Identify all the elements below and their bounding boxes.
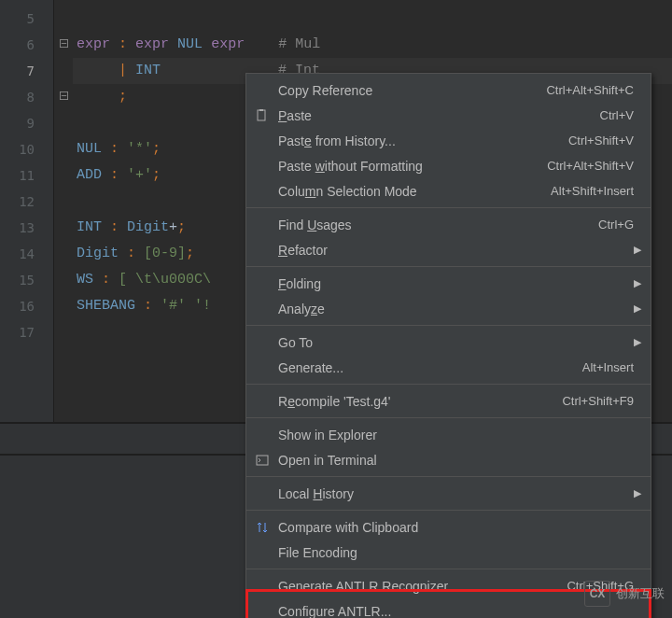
menu-item-label: Generate ANTLR Recognizer [278, 579, 567, 594]
menu-item-compare-clip[interactable]: Compare with Clipboard [246, 514, 651, 540]
menu-separator [246, 384, 651, 385]
compare-icon [254, 519, 271, 536]
menu-item-label: Open in Terminal [278, 453, 634, 468]
menu-separator [246, 417, 651, 418]
fold-marker [54, 241, 73, 267]
svg-rect-4 [258, 110, 265, 120]
menu-item-shortcut: Ctrl+Shift+V [568, 133, 634, 147]
menu-item-gen-antlr[interactable]: Generate ANTLR RecognizerCtrl+Shift+G [246, 573, 651, 598]
menu-separator [246, 325, 651, 326]
paste-icon [254, 107, 271, 124]
line-number: 8 [0, 84, 53, 110]
fold-marker [54, 6, 73, 32]
menu-item-goto[interactable]: Go To▶ [246, 330, 651, 355]
context-menu[interactable]: Copy ReferenceCtrl+Alt+Shift+CPasteCtrl+… [245, 73, 651, 618]
line-number: 9 [0, 110, 53, 136]
menu-item-paste[interactable]: PasteCtrl+V [246, 103, 651, 128]
code-line[interactable]: expr : expr NUL expr # Mul [73, 32, 672, 58]
menu-item-label: Show in Explorer [278, 428, 634, 442]
menu-item-shortcut: Alt+Shift+Insert [551, 184, 634, 198]
menu-item-label: Analyze [278, 302, 634, 316]
menu-item-shortcut: Ctrl+V [600, 108, 634, 122]
menu-separator [246, 510, 651, 511]
line-number: 13 [0, 215, 53, 241]
line-number: 16 [0, 293, 53, 319]
menu-item-column-select[interactable]: Column Selection ModeAlt+Shift+Insert [246, 178, 651, 204]
line-number: 17 [0, 319, 53, 345]
menu-item-label: Paste without Formatting [278, 159, 547, 174]
svg-rect-5 [259, 109, 263, 111]
menu-item-copy-reference[interactable]: Copy ReferenceCtrl+Alt+Shift+C [246, 77, 651, 103]
menu-item-label: Compare with Clipboard [278, 520, 634, 535]
submenu-arrow-icon: ▶ [634, 244, 641, 256]
menu-item-shortcut: Ctrl+Shift+G [567, 579, 634, 593]
menu-separator [246, 476, 651, 477]
fold-marker [54, 267, 73, 293]
line-number: 12 [0, 189, 53, 215]
line-number: 14 [0, 241, 53, 267]
menu-item-shortcut: Ctrl+Shift+F9 [562, 394, 634, 408]
fold-marker[interactable] [54, 32, 73, 58]
line-number: 6 [0, 32, 53, 58]
menu-item-generate[interactable]: Generate...Alt+Insert [246, 355, 651, 380]
menu-item-label: Recompile 'Test.g4' [278, 394, 562, 409]
menu-item-label: Copy Reference [278, 83, 546, 98]
menu-item-shortcut: Ctrl+Alt+Shift+V [547, 159, 634, 173]
menu-item-recompile[interactable]: Recompile 'Test.g4'Ctrl+Shift+F9 [246, 388, 651, 414]
menu-item-local-history[interactable]: Local History▶ [246, 481, 651, 506]
menu-item-label: Column Selection Mode [278, 184, 551, 199]
fold-marker [54, 136, 73, 162]
menu-separator [246, 207, 651, 208]
menu-item-shortcut: Ctrl+G [598, 218, 634, 232]
menu-item-label: File Encoding [278, 545, 634, 560]
menu-item-shortcut: Ctrl+Alt+Shift+C [546, 83, 634, 97]
submenu-arrow-icon: ▶ [634, 302, 641, 315]
menu-item-label: Find Usages [278, 218, 598, 232]
line-number: 11 [0, 162, 53, 189]
menu-item-label: Paste from History... [278, 133, 568, 148]
fold-marker [54, 58, 73, 84]
fold-marker [54, 110, 73, 136]
menu-item-analyze[interactable]: Analyze▶ [246, 296, 651, 321]
menu-item-label: Go To [278, 335, 634, 350]
code-line[interactable] [73, 6, 672, 32]
menu-item-paste-history[interactable]: Paste from History...Ctrl+Shift+V [246, 128, 651, 153]
menu-item-cfg-antlr[interactable]: Configure ANTLR... [246, 598, 651, 618]
fold-gutter[interactable] [54, 0, 73, 422]
fold-marker [54, 189, 73, 215]
menu-item-shortcut: Alt+Insert [582, 360, 634, 374]
submenu-arrow-icon: ▶ [634, 277, 641, 289]
menu-item-label: Generate... [278, 360, 582, 375]
line-number-gutter[interactable]: 567891011121314151617 [0, 0, 54, 422]
menu-item-folding[interactable]: Folding▶ [246, 271, 651, 296]
terminal-icon [254, 452, 271, 469]
fold-marker [54, 319, 73, 345]
menu-item-label: Folding [278, 276, 634, 291]
menu-item-paste-plain[interactable]: Paste without FormattingCtrl+Alt+Shift+V [246, 153, 651, 178]
menu-item-label: Refactor [278, 243, 634, 258]
menu-item-find-usages[interactable]: Find UsagesCtrl+G [246, 212, 651, 237]
line-number: 15 [0, 267, 53, 293]
menu-item-show-explorer[interactable]: Show in Explorer [246, 422, 651, 447]
fold-marker[interactable] [54, 84, 73, 110]
line-number: 7 [0, 58, 53, 84]
menu-separator [246, 266, 651, 267]
menu-item-file-encoding[interactable]: File Encoding [246, 540, 651, 565]
menu-item-label: Paste [278, 108, 600, 123]
menu-item-label: Local History [278, 486, 634, 501]
menu-separator [246, 569, 651, 569]
menu-item-open-terminal[interactable]: Open in Terminal [246, 447, 651, 472]
menu-item-label: Configure ANTLR... [278, 604, 634, 619]
submenu-arrow-icon: ▶ [634, 336, 641, 348]
line-number: 10 [0, 136, 53, 162]
line-number: 5 [0, 6, 53, 32]
submenu-arrow-icon: ▶ [634, 487, 641, 499]
menu-item-refactor[interactable]: Refactor▶ [246, 237, 651, 262]
fold-marker [54, 293, 73, 319]
svg-rect-6 [257, 456, 268, 465]
fold-marker [54, 162, 73, 189]
fold-marker [54, 215, 73, 241]
